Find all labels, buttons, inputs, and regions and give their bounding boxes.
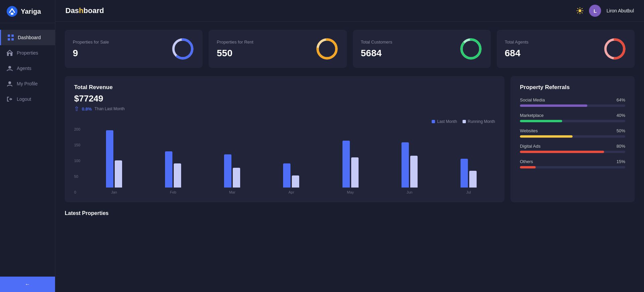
stat-card-total-customers: Total Customers 5684 xyxy=(353,30,491,68)
referral-bar-bg xyxy=(520,166,625,168)
chart-bars xyxy=(342,127,359,188)
revenue-title: Total Revenue xyxy=(74,84,495,91)
bar-primary xyxy=(224,154,231,188)
sidebar-item-agents-label: Agents xyxy=(17,66,32,71)
referral-pct: 50% xyxy=(616,128,625,133)
chart-bars xyxy=(401,127,418,188)
referral-name: Others xyxy=(520,159,533,164)
sidebar-item-dashboard-label: Dashboard xyxy=(18,35,41,40)
sidebar-item-properties-label: Properties xyxy=(17,50,38,56)
referral-bar-bg xyxy=(520,151,625,153)
referral-header: Marketplace 40% xyxy=(520,113,625,118)
chart-bars xyxy=(461,127,477,188)
referral-bar-bg xyxy=(520,135,625,138)
svg-line-19 xyxy=(578,12,578,13)
page-title-rest: board xyxy=(84,6,104,15)
referral-bar-fill xyxy=(520,151,604,153)
referral-item-marketplace: Marketplace 40% xyxy=(520,113,625,122)
donut-chart-total-customers xyxy=(459,37,483,61)
donut-chart-total-agents xyxy=(603,37,627,61)
referral-bar-fill xyxy=(520,135,573,138)
svg-line-16 xyxy=(578,8,578,9)
chart-label: Feb xyxy=(170,190,176,194)
user-name: Liron Abutbul xyxy=(606,8,634,13)
sidebar-item-my-profile-label: My Profile xyxy=(17,81,38,86)
stat-label-total-customers: Total Customers xyxy=(361,40,392,45)
legend-label: Last Month xyxy=(437,119,457,124)
page-content: Properties for Sale 9 Properties for Ren… xyxy=(55,22,644,292)
referral-bar-bg xyxy=(520,120,625,122)
avatar[interactable]: L xyxy=(589,5,601,17)
bar-primary xyxy=(342,141,350,188)
referral-bar-fill xyxy=(520,166,536,168)
chart-label: Apr xyxy=(288,190,294,194)
stat-info-properties-for-rent: Properties for Rent 550 xyxy=(217,40,253,59)
chart-legend-item: Running Month xyxy=(463,119,495,124)
referral-item-social-media: Social Media 64% xyxy=(520,97,625,107)
chart-label: May xyxy=(347,190,354,194)
page-title-highlight: h xyxy=(79,6,83,15)
stat-value-properties-for-sale: 9 xyxy=(73,48,109,59)
sidebar-item-my-profile[interactable]: My Profile xyxy=(0,76,55,91)
bar-secondary xyxy=(292,175,299,188)
referral-header: Social Media 64% xyxy=(520,97,625,102)
stat-value-total-agents: 684 xyxy=(505,48,529,59)
svg-line-17 xyxy=(582,12,582,13)
bar-primary xyxy=(106,130,113,188)
sidebar-item-agents[interactable]: Agents xyxy=(0,61,55,76)
chart-label: Mar xyxy=(229,190,235,194)
logo-icon xyxy=(7,6,17,17)
svg-rect-7 xyxy=(9,54,10,56)
referrals-title: Property Referrals xyxy=(520,84,625,91)
chart-bars xyxy=(283,127,299,188)
chart-group: Jul xyxy=(442,127,495,194)
revenue-amount: $77249 xyxy=(74,93,495,104)
chart-group: Mar xyxy=(206,127,259,194)
chart-label: Jul xyxy=(466,190,471,194)
topbar: Dashboard L Liron Abutbul xyxy=(55,0,644,22)
svg-rect-1 xyxy=(11,13,13,15)
topbar-right: L Liron Abutbul xyxy=(576,5,634,17)
svg-point-8 xyxy=(8,66,11,69)
referral-item-digital-ads: Digital Ads 80% xyxy=(520,144,625,153)
y-axis-label: 50 xyxy=(74,174,80,178)
svg-line-18 xyxy=(582,8,582,9)
main-content: Dashboard L Liron Abutbul xyxy=(55,0,644,292)
my-profile-icon xyxy=(7,81,13,87)
referral-name: Marketplace xyxy=(520,113,544,118)
referral-name: Websites xyxy=(520,128,538,133)
revenue-change-label: Than Last Month xyxy=(95,106,125,111)
legend-label: Running Month xyxy=(468,119,495,124)
stat-label-properties-for-rent: Properties for Rent xyxy=(217,40,253,45)
legend-dot xyxy=(432,120,435,123)
bar-secondary xyxy=(233,168,240,188)
collapse-arrow-icon: ← xyxy=(25,281,30,287)
bar-chart: 050100150200 Jan Feb Mar Apr May xyxy=(74,127,495,194)
referrals-panel: Property Referrals Social Media 64% Mark… xyxy=(511,76,635,202)
sidebar-collapse-button[interactable]: ← xyxy=(0,277,55,292)
stat-card-properties-for-rent: Properties for Rent 550 xyxy=(209,30,346,68)
stat-info-properties-for-sale: Properties for Sale 9 xyxy=(73,40,109,59)
chart-label: Jan xyxy=(111,190,117,194)
stat-value-properties-for-rent: 550 xyxy=(217,48,253,59)
chart-label: Jun xyxy=(407,190,413,194)
sidebar-item-logout-label: Logout xyxy=(17,96,31,102)
revenue-panel: Total Revenue $77249 ⇧ 0.8% Than Last Mo… xyxy=(65,76,504,202)
referral-header: Others 15% xyxy=(520,159,625,164)
sidebar-item-dashboard[interactable]: Dashboard xyxy=(0,30,55,45)
stat-value-total-customers: 5684 xyxy=(361,48,392,59)
bar-secondary xyxy=(410,156,418,188)
referral-name: Digital Ads xyxy=(520,144,540,149)
referral-bar-fill xyxy=(520,120,562,122)
stat-info-total-customers: Total Customers 5684 xyxy=(361,40,392,59)
chart-bars xyxy=(224,127,240,188)
chart-group: Jan xyxy=(88,127,141,194)
theme-toggle-icon[interactable] xyxy=(576,7,584,14)
sidebar-item-logout[interactable]: Logout xyxy=(0,91,55,107)
stat-cards: Properties for Sale 9 Properties for Ren… xyxy=(65,30,635,68)
sidebar-item-properties[interactable]: Properties xyxy=(0,45,55,61)
chart-groups: Jan Feb Mar Apr May Jun xyxy=(88,127,495,194)
chart-legend-item: Last Month xyxy=(432,119,457,124)
dashboard-icon xyxy=(8,34,14,41)
page-title: Dashboard xyxy=(65,6,104,15)
